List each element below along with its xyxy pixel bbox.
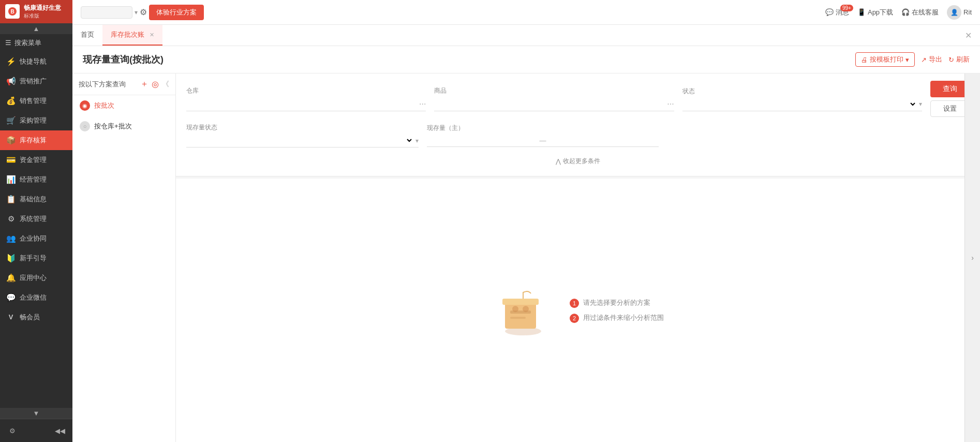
- sidebar-item-jingyingguanli[interactable]: 📊 经营管理: [0, 170, 72, 189]
- print-button[interactable]: 🖨 按模板打印 ▾: [855, 52, 915, 67]
- sidebar-item-label: 新手引导: [20, 254, 47, 263]
- nav-icon: 💬: [6, 293, 16, 302]
- username: Rit: [963, 8, 972, 16]
- content-body: 按以下方案查询 ＋ ◎ 《 ◉ 按批次 ○ 按仓库+批次: [72, 73, 980, 442]
- content-header: 现存量查询(按批次) 🖨 按模板打印 ▾ ↗ 导出 ↻ 刷新: [72, 46, 980, 73]
- product-label: 商品: [434, 86, 674, 95]
- empty-state: 1 请先选择要分析的方案 2 用过滤条件来缩小分析范围: [176, 179, 980, 442]
- settings-plan-icon[interactable]: ◎: [152, 79, 159, 89]
- sidebar-item-kuaijiedaohang[interactable]: ⚡ 快捷导航: [0, 52, 72, 71]
- avatar-icon: 👤: [951, 9, 958, 16]
- left-panel-title: 按以下方案查询: [79, 80, 126, 89]
- sidebar-header: B 畅康通好生意 标准版: [0, 0, 72, 23]
- export-button[interactable]: ↗ 导出: [921, 55, 942, 64]
- print-chevron-icon: ▾: [905, 56, 909, 64]
- sidebar-item-label: 畅会员: [20, 313, 40, 322]
- warehouse-input[interactable]: [186, 100, 417, 108]
- collapse-sidebar-icon[interactable]: ◀◀: [53, 423, 67, 438]
- empty-hint-1: 1 请先选择要分析的方案: [570, 298, 664, 308]
- sidebar-item-label: 资金管理: [20, 155, 47, 165]
- floating-chevron-icon[interactable]: ›: [971, 254, 974, 262]
- service-icon: 🎧: [901, 8, 910, 16]
- settings-button[interactable]: 设置: [930, 100, 970, 117]
- sidebar-item-yingxiaotuiguang[interactable]: 📢 营销推广: [0, 71, 72, 91]
- empty-illustration: [492, 279, 554, 342]
- sidebar-item-xitongguanli[interactable]: ⚙ 系统管理: [0, 209, 72, 229]
- online-service-btn[interactable]: 🎧 在线客服: [901, 8, 939, 17]
- inventory-status-select[interactable]: [186, 136, 413, 145]
- app-download-label: App下载: [868, 8, 893, 17]
- inventory-status-filter: 现存量状态 ▾: [186, 123, 419, 148]
- sidebar-item-qiyexietong[interactable]: 👥 企业协同: [0, 229, 72, 248]
- app-logo: B: [5, 4, 20, 19]
- sidebar-item-changhui[interactable]: V 畅会员: [0, 307, 72, 327]
- product-input[interactable]: [434, 100, 665, 108]
- status-select[interactable]: [682, 100, 917, 109]
- hint1-text: 请先选择要分析的方案: [583, 298, 650, 307]
- empty-hints: 1 请先选择要分析的方案 2 用过滤条件来缩小分析范围: [570, 298, 664, 323]
- collapse-left-panel-icon[interactable]: 《: [162, 80, 169, 89]
- sidebar-item-zijinguanli[interactable]: 💳 资金管理: [0, 150, 72, 170]
- add-plan-icon[interactable]: ＋: [140, 79, 149, 90]
- plan-icon-red: ◉: [80, 100, 90, 111]
- sidebar-item-xinshouyindao[interactable]: 🔰 新手引导: [0, 248, 72, 268]
- sidebar-item-kucunhesuan[interactable]: 📦 库存核算: [0, 130, 72, 150]
- topbar-gear-icon[interactable]: ⚙: [140, 7, 147, 17]
- plan-item-pici[interactable]: ◉ 按批次: [72, 95, 175, 116]
- quantity-min-input[interactable]: [427, 137, 536, 144]
- quantity-max-input[interactable]: [551, 137, 659, 144]
- query-button[interactable]: 查询: [930, 81, 970, 97]
- breadcrumb-chevron-icon[interactable]: ▾: [135, 9, 138, 16]
- inv-status-chevron-icon: ▾: [415, 137, 419, 144]
- topbar-search-input[interactable]: [81, 6, 132, 19]
- sidebar-item-caigouguanli[interactable]: 🛒 采购管理: [0, 111, 72, 130]
- inventory-quantity-label: 现存量（主）: [427, 124, 659, 132]
- warehouse-more-icon[interactable]: ···: [419, 99, 426, 109]
- app-name: 畅康通好生意: [24, 4, 61, 12]
- right-floating-handle[interactable]: ›: [964, 73, 980, 442]
- filter-row-2: 现存量状态 ▾ 现存量（主） —: [186, 123, 970, 148]
- collapse-chevron-icon: ⋀: [556, 158, 561, 165]
- empty-hint-2: 2 用过滤条件来缩小分析范围: [570, 313, 664, 323]
- inventory-quantity-filter: 现存量（主） —: [427, 124, 659, 147]
- topbar: ▾ ⚙ 体验行业方案 💬 消息 99+ 📱 App下载 🎧 在线客服 👤: [72, 0, 980, 25]
- sidebar-search[interactable]: ☰ 搜索菜单: [0, 34, 72, 52]
- plan-item-cangku-pici[interactable]: ○ 按仓库+批次: [72, 116, 175, 137]
- refresh-icon: ↻: [948, 56, 954, 64]
- empty-svg: [495, 282, 552, 339]
- close-panel-btn[interactable]: ✕: [957, 31, 980, 40]
- app-download-btn[interactable]: 📱 App下载: [857, 8, 893, 17]
- nav-icon: 📋: [6, 195, 16, 204]
- left-panel: 按以下方案查询 ＋ ◎ 《 ◉ 按批次 ○ 按仓库+批次: [72, 73, 176, 442]
- page-title: 现存量查询(按批次): [83, 53, 164, 66]
- sidebar-item-label: 经营管理: [20, 175, 47, 184]
- trial-button[interactable]: 体验行业方案: [149, 5, 204, 20]
- refresh-label: 刷新: [956, 55, 970, 64]
- product-more-icon[interactable]: ···: [667, 99, 674, 109]
- sidebar-scroll-up[interactable]: ▲: [0, 23, 72, 34]
- svg-rect-6: [510, 317, 526, 319]
- sidebar-search-label: 搜索菜单: [14, 38, 41, 48]
- collapse-filter-btn[interactable]: ⋀ 收起更多条件: [186, 154, 970, 169]
- settings-icon[interactable]: ⚙: [5, 423, 20, 438]
- tab-kucunpicichan[interactable]: 库存批次账 ✕: [102, 25, 162, 46]
- sidebar-item-yingyongzhongxin[interactable]: 🔔 应用中心: [0, 268, 72, 288]
- tab-home[interactable]: 首页: [72, 25, 102, 46]
- refresh-button[interactable]: ↻ 刷新: [948, 55, 970, 64]
- sidebar-item-label: 采购管理: [20, 116, 47, 125]
- sidebar-scroll-down[interactable]: ▼: [0, 408, 72, 419]
- header-actions: 🖨 按模板打印 ▾ ↗ 导出 ↻ 刷新: [855, 52, 970, 67]
- messages-btn[interactable]: 💬 消息 99+: [825, 8, 849, 17]
- user-avatar-btn[interactable]: 👤 Rit: [947, 5, 972, 20]
- sidebar-item-label: 销售管理: [20, 96, 47, 106]
- nav-icon: 📊: [6, 175, 16, 184]
- sidebar-item-jichuixinxi[interactable]: 📋 基础信息: [0, 189, 72, 209]
- sidebar-item-xiaoshouguanli[interactable]: 💰 销售管理: [0, 91, 72, 111]
- tab-close-icon[interactable]: ✕: [150, 32, 154, 38]
- sidebar-item-qiyeweixin[interactable]: 💬 企业微信: [0, 288, 72, 307]
- export-icon: ↗: [921, 56, 927, 64]
- nav-icon: 🔔: [6, 273, 16, 283]
- warehouse-filter: 仓库 ···: [186, 86, 426, 111]
- print-label: 按模板打印: [870, 55, 903, 64]
- svg-text:B: B: [10, 9, 14, 14]
